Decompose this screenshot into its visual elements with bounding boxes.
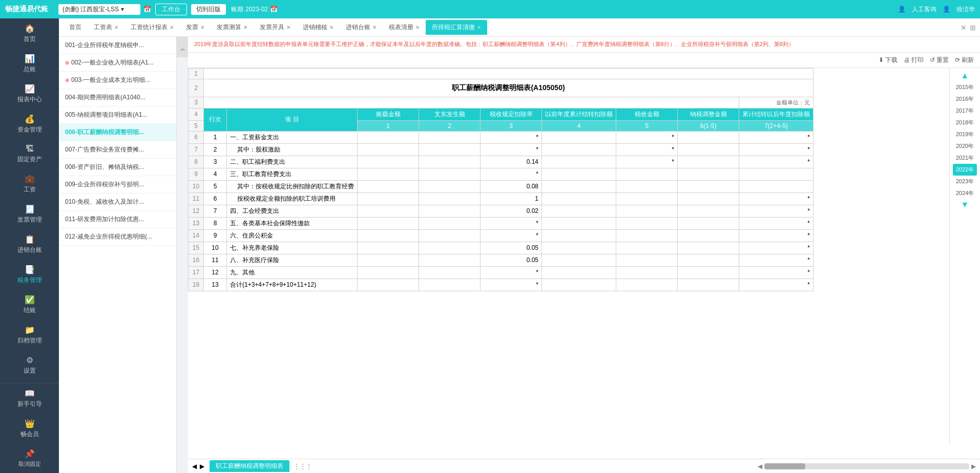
tab-income-tax[interactable]: 所得税汇算清缴 ✕	[426, 20, 487, 35]
cell-c12[interactable]	[358, 205, 419, 217]
cell-e7[interactable]: *	[481, 143, 542, 156]
cell-h12[interactable]	[678, 205, 739, 217]
reset-button[interactable]: ↺ 重置	[930, 56, 949, 64]
cell-i6[interactable]: *	[739, 131, 814, 143]
cell-g10[interactable]	[616, 180, 678, 192]
cell-a8[interactable]: 3	[204, 156, 227, 168]
nav-right-icon[interactable]: ▶	[200, 463, 204, 470]
cell-f12[interactable]	[542, 205, 616, 217]
sidebar-item-archive[interactable]: 📁 归档管理	[0, 320, 59, 350]
year-2022[interactable]: 2022年	[953, 164, 977, 176]
left-panel-item-003[interactable]: ⊗ 003-一般企业成本支出明细...	[59, 72, 176, 89]
left-panel-item-006[interactable]: 006-职工薪酬纳税调整明细...	[59, 124, 176, 141]
cell-e10[interactable]: 0.08	[481, 180, 542, 192]
cell-b18[interactable]: 合计(1+3+4+7+8+9+10+11+12)	[227, 278, 358, 291]
cell-a16[interactable]: 11	[204, 254, 227, 266]
tab-salary[interactable]: 工资表 ✕	[88, 20, 124, 35]
cell-h7[interactable]	[678, 143, 739, 156]
cell-g15[interactable]	[616, 242, 678, 254]
cell-c9[interactable]	[358, 168, 419, 180]
cell-d18[interactable]	[419, 278, 481, 291]
cell-i16[interactable]: *	[739, 254, 814, 266]
cell-g11[interactable]	[616, 192, 678, 205]
cell-d9[interactable]	[419, 168, 481, 180]
sheet-options-icon[interactable]: ⋮⋮⋮	[294, 463, 312, 470]
tab-invoice[interactable]: 发票 ✕	[180, 20, 211, 35]
sidebar-item-sales[interactable]: 📋 进销台账	[0, 229, 59, 260]
cell-i10[interactable]	[739, 180, 814, 192]
cell-g8[interactable]: *	[616, 156, 678, 168]
year-2016[interactable]: 2016年	[955, 93, 975, 105]
tab-invoice-issue-close[interactable]: ✕	[286, 25, 290, 30]
sidebar-item-settings[interactable]: ⚙ 设置	[0, 350, 59, 380]
cell-a7[interactable]: 2	[204, 143, 227, 156]
cell-f10[interactable]	[542, 180, 616, 192]
company-selector[interactable]: (勿删) 江西股宝-LSS ▾	[58, 4, 140, 15]
scroll-right-icon[interactable]: ▶	[971, 463, 976, 470]
cell-h11[interactable]	[678, 192, 739, 205]
sidebar-item-unpin[interactable]: 📌 取消固定	[0, 444, 59, 473]
cell-h15[interactable]	[678, 242, 739, 254]
cell-h13[interactable]	[678, 217, 739, 229]
sidebar-item-assets[interactable]: 🏗 固定资产	[0, 139, 59, 169]
cell-i17[interactable]: *	[739, 266, 814, 278]
cell-b10[interactable]: 其中：按税收规定比例扣除的职工教育经费	[227, 180, 358, 192]
cell-e6[interactable]: *	[481, 131, 542, 143]
cell-d6[interactable]	[419, 131, 481, 143]
year-2017[interactable]: 2017年	[955, 105, 975, 117]
year-2024[interactable]: 2024年	[955, 187, 975, 199]
cell-b16[interactable]: 八、补充医疗保险	[227, 254, 358, 266]
cell-a6[interactable]: 1	[204, 131, 227, 143]
cell-g12[interactable]	[616, 205, 678, 217]
year-2015[interactable]: 2015年	[955, 81, 975, 93]
cell-i12[interactable]: *	[739, 205, 814, 217]
cell-b17[interactable]: 九、其他	[227, 266, 358, 278]
cell-f8[interactable]	[542, 156, 616, 168]
tab-income-tax-close[interactable]: ✕	[477, 25, 481, 30]
cell-g17[interactable]	[616, 266, 678, 278]
cell-c6[interactable]	[358, 131, 419, 143]
cell-i14[interactable]: *	[739, 229, 814, 242]
print-button[interactable]: 🖨 打印	[904, 56, 924, 64]
cell-c14[interactable]	[358, 229, 419, 242]
tab-close-all-icon[interactable]: ✕	[961, 24, 967, 32]
scroll-left-icon[interactable]: ◀	[758, 463, 762, 470]
tab-sales-ledger-close[interactable]: ✕	[372, 25, 377, 30]
year-2021[interactable]: 2021年	[955, 152, 975, 164]
nav-left-icon[interactable]: ◀	[192, 463, 197, 470]
cell-d16[interactable]	[419, 254, 481, 266]
cell-a11[interactable]: 6	[204, 192, 227, 205]
service-label[interactable]: 人工客询	[912, 5, 936, 14]
cell-g16[interactable]	[616, 254, 678, 266]
left-panel-item-011[interactable]: 011-研发费用加计扣除优惠...	[59, 211, 176, 228]
cell-c7[interactable]	[358, 143, 419, 156]
cell-i18[interactable]: *	[739, 278, 814, 291]
panel-collapse-button[interactable]: 《	[177, 37, 188, 57]
year-2023[interactable]: 2023年	[955, 176, 975, 187]
tab-expand-icon[interactable]: ⊞	[970, 24, 976, 32]
cell-a17[interactable]: 12	[204, 266, 227, 278]
cell-a10[interactable]: 5	[204, 180, 227, 192]
cell-h14[interactable]	[678, 229, 739, 242]
cell-i15[interactable]: *	[739, 242, 814, 254]
cell-d13[interactable]	[419, 217, 481, 229]
tab-salary-close[interactable]: ✕	[114, 25, 118, 30]
tab-audit-close[interactable]: ✕	[329, 25, 333, 30]
tab-tax-list[interactable]: 税表清册 ✕	[383, 20, 426, 35]
cell-f16[interactable]	[542, 254, 616, 266]
cell-a18[interactable]: 13	[204, 278, 227, 291]
cell-g7[interactable]: *	[616, 143, 678, 156]
cell-a13[interactable]: 8	[204, 217, 227, 229]
tab-invoice-issue[interactable]: 发票开具 ✕	[254, 20, 297, 35]
cell-b8[interactable]: 二、职工福利费支出	[227, 156, 358, 168]
tab-invoice-calc[interactable]: 发票测算 ✕	[211, 20, 254, 35]
cell-i7[interactable]: *	[739, 143, 814, 156]
sidebar-item-member[interactable]: 👑 畅会员	[0, 414, 59, 444]
cell-e8[interactable]: 0.14	[481, 156, 542, 168]
cell-g9[interactable]	[616, 168, 678, 180]
cell-f15[interactable]	[542, 242, 616, 254]
cell-f17[interactable]	[542, 266, 616, 278]
cell-a14[interactable]: 9	[204, 229, 227, 242]
cell-d8[interactable]	[419, 156, 481, 168]
cell-g13[interactable]	[616, 217, 678, 229]
